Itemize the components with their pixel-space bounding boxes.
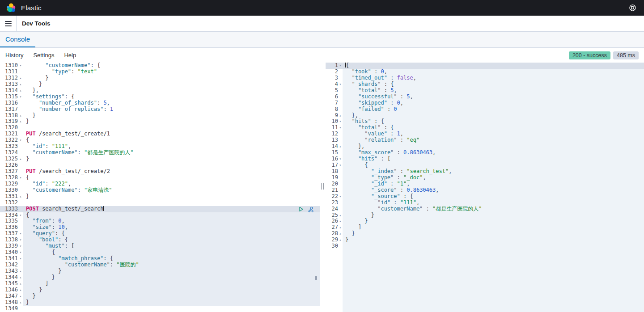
code-line-1316[interactable]: 1316"number_of_shards": 5, — [0, 100, 320, 106]
code-line-10[interactable]: 10▾"hits" : { — [326, 118, 644, 125]
fold-toggle-icon[interactable]: ▴ — [18, 293, 23, 299]
fold-toggle-icon[interactable]: ▴ — [18, 75, 23, 81]
code-line-1310[interactable]: 1310▾"customerName": { — [0, 63, 320, 69]
code-line-2[interactable]: 2"took" : 0, — [326, 69, 644, 75]
fold-toggle-icon[interactable]: ▴ — [338, 218, 343, 224]
fold-toggle-icon[interactable]: ▴ — [18, 118, 23, 125]
fold-toggle-icon[interactable]: ▾ — [18, 94, 23, 100]
fold-toggle-icon[interactable]: ▴ — [338, 113, 343, 119]
code-line-1339[interactable]: 1339▾"must": [ — [0, 243, 320, 249]
code-line-1326[interactable]: 1326 — [0, 162, 320, 169]
code-line-29[interactable]: 29▴} — [326, 237, 644, 243]
code-line-1347[interactable]: 1347▴} — [0, 293, 320, 299]
code-line-16[interactable]: 16▾"hits" : [ — [326, 156, 644, 162]
help-buoy-icon[interactable] — [627, 3, 638, 13]
fold-toggle-icon[interactable]: ▾ — [338, 162, 343, 169]
fold-toggle-icon[interactable]: ▴ — [338, 212, 343, 219]
fold-toggle-icon[interactable]: ▾ — [18, 231, 23, 237]
code-line-1332[interactable]: 1332 — [0, 200, 320, 206]
fold-toggle-icon[interactable]: ▾ — [18, 249, 23, 256]
code-line-6[interactable]: 6"successful" : 5, — [326, 94, 644, 100]
fold-toggle-icon[interactable]: ▾ — [18, 256, 23, 262]
code-line-1330[interactable]: 1330"customerName": "家电清洗" — [0, 187, 320, 194]
code-line-17[interactable]: 17▾{ — [326, 162, 644, 169]
code-line-1311[interactable]: 1311"type": "text" — [0, 69, 320, 75]
code-line-7[interactable]: 7"skipped" : 0, — [326, 100, 644, 106]
fold-toggle-icon[interactable]: ▾ — [338, 156, 343, 162]
code-line-8[interactable]: 8"failed" : 0 — [326, 106, 644, 113]
code-line-1323[interactable]: 1323"id": "111", — [0, 143, 320, 150]
fold-toggle-icon[interactable]: ▴ — [18, 156, 23, 162]
fold-toggle-icon[interactable]: ▴ — [338, 224, 343, 231]
fold-toggle-icon[interactable]: ▴ — [338, 143, 343, 150]
code-line-11[interactable]: 11▾"total" : { — [326, 125, 644, 131]
fold-toggle-icon[interactable]: ▾ — [18, 63, 23, 69]
fold-toggle-icon[interactable]: ▾ — [18, 175, 23, 181]
code-line-15[interactable]: 15"max_score" : 0.8630463, — [326, 150, 644, 156]
code-line-5[interactable]: 5"total" : 5, — [326, 88, 644, 94]
code-line-1[interactable]: 1▾{ — [326, 63, 644, 69]
response-viewer[interactable]: 1▾{2"took" : 0,3"timed_out" : false,4▾"_… — [326, 63, 644, 312]
code-line-1341[interactable]: 1341▾"match_phrase": { — [0, 256, 320, 262]
fold-toggle-icon[interactable]: ▾ — [338, 194, 343, 200]
fold-toggle-icon[interactable]: ▾ — [18, 212, 23, 219]
code-line-28[interactable]: 28▴} — [326, 231, 644, 237]
resize-handle[interactable] — [321, 183, 324, 190]
code-line-20[interactable]: 20"_id" : "1", — [326, 181, 644, 187]
wrench-icon[interactable] — [308, 207, 314, 212]
code-line-1322[interactable]: 1322▾{ — [0, 137, 320, 143]
fold-toggle-icon[interactable]: ▾ — [338, 63, 343, 69]
request-editor[interactable]: 1310▾"customerName": {1311"type": "text"… — [0, 63, 320, 312]
fold-toggle-icon[interactable]: ▴ — [18, 281, 23, 287]
code-line-1321[interactable]: 1321PUT /search_test/_create/1 — [0, 131, 320, 137]
code-line-24[interactable]: 24"customerName" : "都是生产医院的人" — [326, 206, 644, 212]
code-line-1334[interactable]: 1334▾{ — [0, 212, 320, 219]
fold-toggle-icon[interactable]: ▴ — [18, 287, 23, 293]
play-send-request-icon[interactable] — [298, 207, 304, 212]
fold-toggle-icon[interactable]: ▾ — [338, 118, 343, 125]
code-line-14[interactable]: 14▴}, — [326, 143, 644, 150]
code-line-1318[interactable]: 1318▴} — [0, 113, 320, 119]
code-line-3[interactable]: 3"timed_out" : false, — [326, 75, 644, 81]
code-line-1345[interactable]: 1345▴] — [0, 281, 320, 287]
fold-toggle-icon[interactable]: ▴ — [338, 231, 343, 237]
menu-item-settings[interactable]: Settings — [33, 52, 54, 59]
code-line-1343[interactable]: 1343▴} — [0, 268, 320, 274]
code-line-12[interactable]: 12"value" : 1, — [326, 131, 644, 137]
code-line-22[interactable]: 22▾"_source" : { — [326, 194, 644, 200]
code-line-26[interactable]: 26▴} — [326, 218, 644, 224]
fold-toggle-icon[interactable]: ▴ — [18, 88, 23, 94]
code-line-1315[interactable]: 1315▾"settings": { — [0, 94, 320, 100]
code-line-1320[interactable]: 1320 — [0, 125, 320, 131]
fold-toggle-icon[interactable]: ▾ — [18, 237, 23, 243]
fold-toggle-icon[interactable]: ▴ — [338, 237, 343, 243]
code-line-25[interactable]: 25▴} — [326, 212, 644, 219]
code-line-19[interactable]: 19"_type" : "_doc", — [326, 175, 644, 181]
fold-toggle-icon[interactable]: ▴ — [18, 268, 23, 274]
code-line-1324[interactable]: 1324"customerName": "都是生产医院的人" — [0, 150, 320, 156]
menu-item-history[interactable]: History — [5, 52, 23, 59]
code-line-1344[interactable]: 1344▴} — [0, 274, 320, 281]
code-line-1340[interactable]: 1340▾{ — [0, 249, 320, 256]
code-line-1327[interactable]: 1327PUT /search_test/_create/2 — [0, 169, 320, 175]
code-line-1314[interactable]: 1314▴}, — [0, 88, 320, 94]
code-line-27[interactable]: 27▴] — [326, 224, 644, 231]
code-line-1349[interactable]: 1349 — [0, 306, 320, 312]
code-line-21[interactable]: 21"_score" : 0.8630463, — [326, 187, 644, 194]
code-line-1333[interactable]: 1333POST search_test/_search — [0, 206, 320, 212]
fold-toggle-icon[interactable]: ▴ — [18, 194, 23, 200]
code-line-1335[interactable]: 1335"from": 0, — [0, 218, 320, 224]
tab-console[interactable]: Console — [0, 32, 35, 47]
fold-toggle-icon[interactable]: ▾ — [338, 125, 343, 131]
code-line-4[interactable]: 4▾"_shards" : { — [326, 81, 644, 88]
scrollbar-thumb[interactable] — [315, 276, 317, 280]
code-line-1312[interactable]: 1312▴} — [0, 75, 320, 81]
hamburger-menu-icon[interactable] — [0, 16, 16, 31]
code-line-23[interactable]: 23"id" : "111", — [326, 200, 644, 206]
code-line-1313[interactable]: 1313▴} — [0, 81, 320, 88]
code-line-1342[interactable]: 1342"customerName": "医院的" — [0, 262, 320, 268]
code-line-1319[interactable]: 1319▴} — [0, 118, 320, 125]
code-line-1348[interactable]: 1348▴} — [0, 299, 320, 306]
fold-toggle-icon[interactable]: ▾ — [338, 81, 343, 88]
code-line-1329[interactable]: 1329"id": "222", — [0, 181, 320, 187]
